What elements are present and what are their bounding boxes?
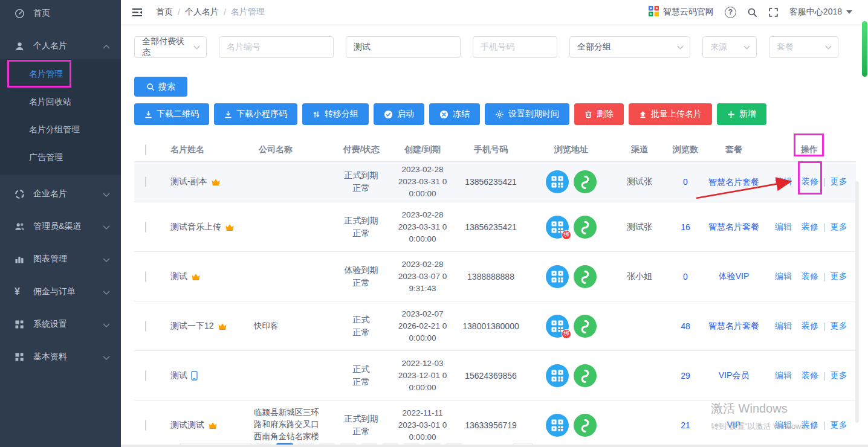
- sidebar-item-ad-management[interactable]: 广告管理: [0, 144, 121, 172]
- package-name[interactable]: 智慧名片套餐: [705, 320, 763, 332]
- miniprogram-link-icon[interactable]: [574, 265, 597, 288]
- views-count[interactable]: 0: [666, 272, 705, 281]
- breadcrumb-personal-cards[interactable]: 个人名片: [185, 7, 219, 18]
- row-checkbox[interactable]: [145, 271, 146, 282]
- pay-status-select[interactable]: 全部付费状态: [134, 36, 207, 58]
- add-new-button[interactable]: 新增: [717, 103, 766, 125]
- group-select[interactable]: 全部分组: [569, 36, 690, 58]
- sidebar-item-card-recycle-bin[interactable]: 名片回收站: [0, 88, 121, 116]
- sidebar-item-personal-cards[interactable]: 个人名片: [0, 33, 121, 59]
- decorate-link[interactable]: 装修: [802, 176, 818, 187]
- miniprogram-link-icon[interactable]: [574, 216, 597, 239]
- more-link[interactable]: 更多: [831, 176, 847, 187]
- decorate-link[interactable]: 装修: [802, 420, 818, 431]
- sidebar-item-chart-management[interactable]: 图表管理: [0, 246, 121, 272]
- page-scrollbar-thumb[interactable]: [862, 21, 867, 77]
- horizontal-scrollbar-track[interactable]: [121, 445, 868, 447]
- package-select[interactable]: 套餐: [769, 36, 838, 58]
- edit-link[interactable]: 编辑: [775, 370, 792, 381]
- qr-code-icon[interactable]: [546, 170, 569, 193]
- source-select[interactable]: 来源: [702, 36, 757, 58]
- official-site-link[interactable]: 智慧云码官网: [649, 6, 714, 18]
- user-menu[interactable]: 客服中心2018: [789, 7, 852, 18]
- more-link[interactable]: 更多: [831, 222, 847, 233]
- row-checkbox[interactable]: [145, 321, 146, 332]
- freeze-button[interactable]: 冻结: [429, 103, 480, 125]
- col-header-package: 套餐: [705, 144, 763, 155]
- sidebar-item-home[interactable]: 首页: [0, 0, 121, 27]
- fullscreen-icon[interactable]: [768, 7, 779, 18]
- more-link[interactable]: 更多: [831, 321, 847, 332]
- more-link[interactable]: 更多: [831, 420, 847, 431]
- views-count[interactable]: 16: [666, 222, 705, 232]
- qr-code-icon[interactable]: [546, 265, 569, 288]
- download-miniprogram-code-button[interactable]: 下载小程序码: [214, 103, 297, 125]
- filter-bar: 全部付费状态 名片编号 测试 手机号码 全部分组 来源 套餐: [134, 36, 856, 58]
- decorate-link[interactable]: 装修: [802, 271, 818, 282]
- button-label: 批量上传名片: [651, 109, 702, 120]
- batch-upload-cards-button[interactable]: 批量上传名片: [629, 103, 712, 125]
- sidebar-item-commission-orders[interactable]: ¥ 佣金与订单: [0, 278, 121, 305]
- row-actions: 编辑 装修 | 更多: [763, 271, 856, 282]
- set-expiry-button[interactable]: 设置到期时间: [485, 103, 569, 125]
- package-name[interactable]: 智慧名片套餐: [705, 221, 763, 233]
- row-checkbox[interactable]: [145, 370, 146, 381]
- decorate-link[interactable]: 装修: [802, 370, 818, 381]
- views-count[interactable]: 48: [666, 321, 705, 331]
- edit-link[interactable]: 编辑: [775, 321, 792, 332]
- search-icon[interactable]: [747, 7, 757, 18]
- edit-link[interactable]: 编辑: [775, 271, 792, 282]
- breadcrumb-current: 名片管理: [231, 7, 265, 18]
- download-icon: [144, 111, 152, 118]
- decorate-link[interactable]: 装修: [802, 321, 818, 332]
- sidebar-item-label: 系统设置: [33, 319, 67, 330]
- views-count[interactable]: 21: [666, 420, 705, 430]
- search-button[interactable]: 搜索: [134, 77, 187, 97]
- row-checkbox[interactable]: [145, 222, 146, 233]
- table-scrollbar-thumb[interactable]: [855, 181, 859, 423]
- sidebar-item-enterprise-cards[interactable]: 企业名片: [0, 181, 121, 207]
- card-name-input[interactable]: 测试: [346, 36, 461, 58]
- row-checkbox[interactable]: [145, 176, 146, 187]
- decorate-link[interactable]: 装修: [802, 222, 818, 233]
- download-qr-button[interactable]: 下载二维码: [134, 103, 209, 125]
- package-name[interactable]: 体验VIP: [705, 271, 763, 282]
- views-count[interactable]: 29: [666, 371, 705, 381]
- package-name[interactable]: 智慧名片套餐: [705, 176, 763, 188]
- sidebar-item-basic-info[interactable]: 基本资料: [0, 344, 121, 370]
- phone-input[interactable]: 手机号码: [473, 36, 557, 58]
- qr-code-icon[interactable]: 绑: [546, 315, 569, 338]
- card-no-input[interactable]: 名片编号: [219, 36, 334, 58]
- edit-link[interactable]: 编辑: [775, 420, 792, 431]
- select-all-checkbox[interactable]: [145, 144, 146, 155]
- package-name[interactable]: VIP会员: [705, 370, 763, 381]
- miniprogram-link-icon[interactable]: [574, 170, 597, 193]
- chevron-down-icon: [103, 287, 110, 297]
- package-name[interactable]: VIP: [705, 419, 763, 431]
- transfer-group-button[interactable]: 转移分组: [302, 103, 369, 125]
- collapse-sidebar-icon[interactable]: [132, 8, 143, 17]
- more-link[interactable]: 更多: [831, 271, 847, 282]
- edit-link[interactable]: 编辑: [775, 176, 792, 187]
- phone-number: 13856235421: [452, 177, 530, 187]
- qr-code-icon[interactable]: 绑: [546, 216, 569, 239]
- sidebar-item-card-management[interactable]: 名片管理: [0, 60, 121, 88]
- miniprogram-link-icon[interactable]: [574, 414, 597, 437]
- col-header-company: 公司名称: [248, 144, 329, 155]
- sidebar-item-card-group-management[interactable]: 名片分组管理: [0, 116, 121, 144]
- sidebar-item-system-settings[interactable]: 系统设置: [0, 311, 121, 338]
- delete-button[interactable]: 删除: [574, 103, 624, 125]
- views-count[interactable]: 0: [666, 177, 705, 187]
- sidebar-item-admins-channels[interactable]: 管理员&渠道: [0, 213, 121, 240]
- row-checkbox[interactable]: [145, 420, 146, 431]
- miniprogram-link-icon[interactable]: [574, 315, 597, 338]
- qr-code-icon[interactable]: [546, 364, 569, 387]
- card-name: 测试-副本: [170, 176, 207, 187]
- activate-button[interactable]: 启动: [374, 103, 424, 125]
- more-link[interactable]: 更多: [831, 370, 847, 381]
- help-icon[interactable]: ?: [725, 7, 736, 18]
- breadcrumb-home[interactable]: 首页: [156, 7, 173, 18]
- miniprogram-link-icon[interactable]: [574, 364, 597, 387]
- edit-link[interactable]: 编辑: [775, 222, 792, 233]
- qr-code-icon[interactable]: [546, 414, 569, 437]
